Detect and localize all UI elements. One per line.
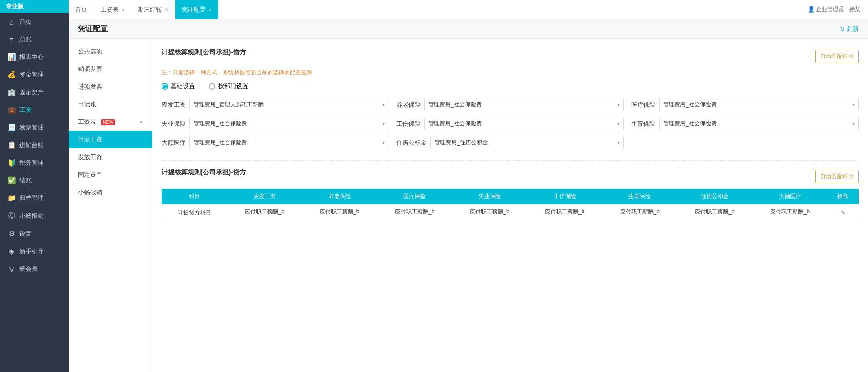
nav-item-invoice-cancel[interactable]: 销项发票 — [69, 60, 152, 78]
field-shengyu-label: 生育保险 — [631, 120, 655, 128]
field-daeliao: 大额医疗 管理费用_社会保险费 ▾ — [162, 136, 389, 149]
field-gongshang-select[interactable]: 管理费用_社会保险费 ▾ — [424, 117, 624, 130]
cell-action[interactable]: ✎ — [827, 204, 859, 221]
field-gongshang-value: 管理费用_社会保险费 — [428, 120, 617, 128]
sidebar-item-label: 税务管理 — [19, 159, 44, 167]
sidebar-item-payroll[interactable]: 💼 工资 — [0, 101, 69, 119]
cell-daeliao: 应付职工薪酬_b — [752, 204, 828, 221]
expand-icon: ▾ — [140, 119, 143, 125]
cell-shiye: 应付职工薪酬_b — [452, 204, 527, 221]
refresh-button[interactable]: ↻ 刷新 — [840, 25, 859, 33]
nav-item-public-options[interactable]: 公共选项 — [69, 43, 152, 60]
edit-icon[interactable]: ✎ — [841, 209, 845, 216]
sidebar-item-settlement[interactable]: ✅ 结账 — [0, 172, 69, 189]
page-header: 凭证配置 ↻ 刷新 — [69, 19, 868, 39]
sidebar-item-vip[interactable]: V 畅会员 — [0, 260, 69, 278]
sidebar-item-archive[interactable]: 📁 归档管理 — [0, 189, 69, 207]
col-shiye: 失业保险 — [452, 189, 527, 204]
sidebar-item-funds[interactable]: 💰 资金管理 — [0, 66, 69, 83]
nav-item-invoice-input[interactable]: 进项发票 — [69, 78, 152, 96]
chevron-down-icon: ▾ — [852, 121, 855, 126]
chevron-down-icon: ▾ — [382, 121, 385, 126]
sidebar-item-label: 进销台账 — [19, 141, 44, 149]
form-grid-1: 应发工资 管理费用_管理人员职工薪酬 ▾ 养老保险 管理费用_社会保险费 ▾ — [162, 98, 859, 149]
nav-item-pay-payroll[interactable]: 发放工资 — [69, 148, 152, 166]
nav-item-fixed-assets[interactable]: 固定资产 — [69, 166, 152, 184]
vip-icon: V — [7, 265, 16, 273]
tab-home[interactable]: 首页 — [69, 0, 94, 19]
field-gongshang-label: 工伤保险 — [396, 120, 421, 128]
table-row: 计提贷方科目 应付职工薪酬_b 应付职工薪酬_b 应付职工薪酬_b — [162, 204, 859, 221]
settlement-icon: ✅ — [7, 176, 16, 185]
sidebar-item-label: 资金管理 — [19, 71, 44, 79]
tab-period-close-label: 期末结转 — [138, 6, 162, 14]
tab-payroll-table[interactable]: 工资表 × — [94, 0, 131, 19]
field-yanglao-select[interactable]: 管理费用_社会保险费 ▾ — [424, 98, 624, 111]
sidebar-item-assets[interactable]: 🏢 固定资产 — [0, 83, 69, 101]
field-yiliao-select[interactable]: 管理费用_社会保险费 ▾ — [659, 98, 859, 111]
content-area: 公共选项 销项发票 进项发票 日记账 工资表 NEW ▾ 计提工资 发放工资 — [69, 39, 868, 372]
tab-voucher-config[interactable]: 凭证配置 × — [175, 0, 218, 19]
auto-match-button-1[interactable]: 自动匹配科目 — [815, 50, 859, 63]
sidebar-item-settings[interactable]: ⚙ 设置 — [0, 225, 69, 243]
field-daeliao-label: 大额医疗 — [162, 139, 186, 147]
section-divider — [162, 160, 859, 161]
tab-payroll-table-close[interactable]: × — [122, 7, 124, 13]
field-daeliao-select[interactable]: 管理费用_社会保险费 ▾ — [189, 136, 389, 149]
col-subject: 科目 — [162, 189, 227, 204]
nav-item-label: 进项发票 — [78, 83, 102, 91]
tax-icon: 🔰 — [7, 159, 16, 167]
sidebar-item-tax-mgmt[interactable]: 🔰 税务管理 — [0, 154, 69, 172]
chevron-down-icon: ▾ — [382, 102, 385, 107]
col-gongshang: 工伤保险 — [527, 189, 602, 204]
tab-period-close-close[interactable]: × — [165, 7, 168, 13]
cell-zhufang: 应付职工薪酬_b — [677, 204, 752, 221]
sidebar-item-label: 新手引导 — [19, 247, 44, 256]
nav-item-xiaochang-expense[interactable]: 小畅报销 — [69, 184, 152, 201]
sidebar-item-label: 小畅报销 — [19, 212, 44, 220]
col-action: 操作 — [827, 189, 859, 204]
new-badge: NEW — [101, 119, 115, 125]
field-zhufang-value: 管理费用_住房公积金 — [434, 139, 617, 147]
field-zhufang-select[interactable]: 管理费用_住房公积金 ▾ — [430, 136, 624, 149]
sidebar-item-xiaochang-reports[interactable]: Ⓒ 小畅报销 — [0, 207, 69, 225]
sidebar-item-label: 报表中心 — [19, 53, 44, 61]
radio-dept-circle — [209, 83, 215, 90]
field-yanglao-value: 管理费用_社会保险费 — [428, 101, 617, 109]
sidebar-item-ledger[interactable]: ≡ 总账 — [0, 31, 69, 48]
sidebar-item-sales-ledger[interactable]: 📋 进销台账 — [0, 136, 69, 154]
left-nav: 公共选项 销项发票 进项发票 日记账 工资表 NEW ▾ 计提工资 发放工资 — [69, 39, 152, 372]
refresh-label: 刷新 — [847, 25, 859, 33]
radio-dept[interactable]: 按部门设置 — [209, 82, 248, 90]
field-yingfa-select[interactable]: 管理费用_管理人员职工薪酬 ▾ — [189, 98, 389, 111]
col-zhufang: 住房公积金 — [677, 189, 752, 204]
nav-item-payroll-table[interactable]: 工资表 NEW ▾ — [69, 113, 152, 131]
radio-basic[interactable]: 基础设置 — [162, 82, 195, 90]
field-shiye-select[interactable]: 管理费用_社会保险费 ▾ — [189, 117, 389, 130]
field-shengyu-select[interactable]: 管理费用_社会保险费 ▾ — [659, 117, 859, 130]
tab-period-close[interactable]: 期末结转 × — [131, 0, 175, 19]
sidebar-item-reports[interactable]: 📊 报表中心 — [0, 48, 69, 66]
sidebar-item-invoice-mgmt[interactable]: 🧾 发票管理 — [0, 119, 69, 136]
sidebar-item-guide[interactable]: ◈ 新手引导 — [0, 243, 69, 260]
xiaochang-icon: Ⓒ — [7, 212, 16, 220]
field-gongshang: 工伤保险 管理费用_社会保险费 ▾ — [396, 117, 624, 130]
nav-item-label: 工资表 — [78, 118, 96, 126]
radio-basic-label: 基础设置 — [171, 82, 195, 90]
field-shengyu-value: 管理费用_社会保险费 — [663, 120, 852, 128]
field-yiliao: 医疗保险 管理费用_社会保险费 ▾ — [631, 98, 859, 111]
ledger-icon: ≡ — [7, 36, 16, 44]
col-shengyu: 生育保险 — [602, 189, 677, 204]
section2-table: 科目 应发工资 养老保险 医疗保险 失业保险 工伤保险 生育保险 住房公积金 大… — [162, 189, 859, 221]
col-yanglao: 养老保险 — [302, 189, 377, 204]
tab-voucher-config-close[interactable]: × — [208, 7, 211, 13]
sidebar-item-label: 首页 — [19, 18, 32, 26]
nav-item-journal[interactable]: 日记账 — [69, 96, 152, 113]
sidebar-item-home[interactable]: ⌂ 首页 — [0, 13, 69, 31]
nav-item-calc-payroll[interactable]: 计提工资 — [69, 131, 152, 148]
auto-match-button-2[interactable]: 自动匹配科目 — [815, 170, 859, 183]
field-yingfa-value: 管理费用_管理人员职工薪酬 — [194, 101, 382, 109]
user-info: 👤 企业管理员 — [808, 6, 844, 13]
section1-note: 注：只能选择一种方式，系统将按照您当前的选择来配置规则 — [162, 69, 859, 77]
tab-voucher-config-label: 凭证配置 — [181, 6, 206, 14]
